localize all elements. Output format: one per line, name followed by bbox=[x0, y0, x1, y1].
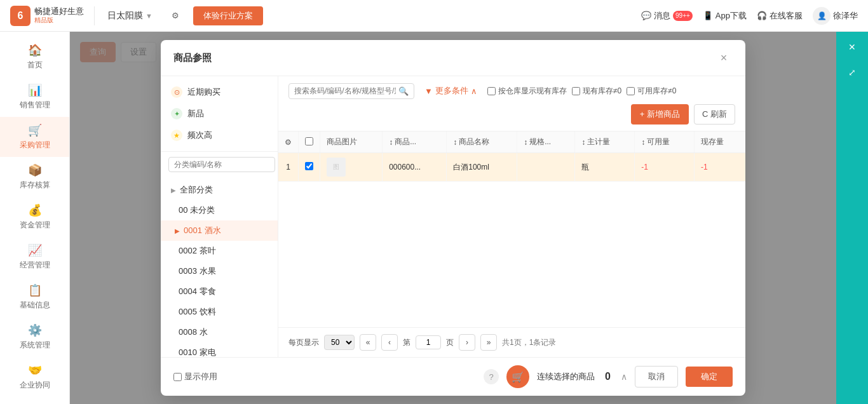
nav-separator bbox=[94, 6, 95, 25]
sidebar-item-finance[interactable]: 💰 资金管理 bbox=[0, 197, 69, 237]
sidebar-item-system[interactable]: ⚙️ 系统管理 bbox=[0, 317, 69, 357]
right-panel-close-icon[interactable]: ✕ bbox=[842, 37, 862, 57]
home-icon: 🏠 bbox=[28, 43, 42, 57]
show-disabled-input[interactable] bbox=[173, 373, 182, 381]
logo-icon: 6 bbox=[10, 6, 31, 26]
experience-button[interactable]: 体验行业方案 bbox=[193, 6, 263, 25]
td-row-num: 1 bbox=[278, 153, 299, 182]
quick-link-new[interactable]: ✦ 新品 bbox=[161, 103, 278, 125]
per-page-select[interactable]: 50 bbox=[324, 335, 355, 350]
top-nav: 6 畅捷通好生意 精品版 日太阳膜 ▼ ⚙ 体验行业方案 💬 消息 99+ 📱 … bbox=[0, 0, 868, 32]
right-panel: ✕ ⤢ bbox=[836, 32, 868, 404]
quick-link-recent[interactable]: ⊙ 近期购买 bbox=[161, 81, 278, 103]
modal-right-panel: 🔍 ▼ 更多条件 ∧ 按仓库显示现有库存 bbox=[278, 76, 745, 357]
category-water[interactable]: 0008 水 bbox=[161, 322, 278, 342]
nav-right: 💬 消息 99+ 📱 App下载 🎧 在线客服 👤 徐泽华 bbox=[641, 7, 858, 25]
headset-icon: 🎧 bbox=[757, 11, 767, 20]
current-page-input[interactable] bbox=[416, 335, 441, 349]
sidebar-item-inventory[interactable]: 📦 库存核算 bbox=[0, 157, 69, 197]
modal-title: 商品参照 bbox=[173, 52, 212, 64]
main-layout: 🏠 首页 📊 销售管理 🛒 采购管理 📦 库存核算 💰 资金管理 📈 经营管理 … bbox=[0, 32, 868, 404]
checkbox-available-stock[interactable]: 现有库存≠0 bbox=[572, 86, 621, 97]
prev-page-button[interactable]: ‹ bbox=[381, 334, 398, 351]
online-service-nav-item[interactable]: 🎧 在线客服 bbox=[757, 10, 803, 22]
cart-button[interactable]: 🛒 bbox=[506, 365, 529, 388]
checkbox-by-warehouse[interactable]: 按仓库显示现有库存 bbox=[487, 86, 567, 97]
category-appliances[interactable]: 0010 家电 bbox=[161, 342, 278, 357]
sidebar-item-enterprise[interactable]: 🤝 企业协同 bbox=[0, 357, 69, 397]
add-product-button[interactable]: + 新增商品 bbox=[631, 104, 689, 125]
content-area: 查询 设置 刷新 商品参照 × bbox=[70, 32, 836, 404]
td-product-image: 图 bbox=[320, 153, 383, 182]
sidebar-item-basic-info[interactable]: 📋 基础信息 bbox=[0, 277, 69, 317]
messages-badge: 99+ bbox=[673, 11, 693, 21]
td-product-name: 白酒100ml bbox=[447, 153, 517, 182]
row-checkbox[interactable] bbox=[305, 162, 313, 170]
checkbox-usable-stock[interactable]: 可用库存≠0 bbox=[627, 86, 676, 97]
table-header-row: ⚙ 商品图片 bbox=[278, 131, 745, 153]
quick-link-frequent[interactable]: ★ 频次高 bbox=[161, 125, 278, 146]
finance-icon: 💰 bbox=[28, 203, 42, 217]
cancel-button[interactable]: 取消 bbox=[635, 366, 678, 387]
sidebar-item-purchase[interactable]: 🛒 采购管理 bbox=[0, 117, 69, 157]
checkbox-by-warehouse-input[interactable] bbox=[487, 87, 496, 95]
store-selector[interactable]: 日太阳膜 ▼ bbox=[102, 8, 158, 24]
category-all-arrow-icon: ▶ bbox=[171, 187, 176, 194]
modal-left-panel: ⊙ 近期购买 ✦ 新品 ★ 频次高 bbox=[161, 76, 278, 357]
first-page-button[interactable]: « bbox=[360, 334, 376, 351]
modal-close-button[interactable]: × bbox=[715, 49, 733, 67]
sidebar-item-sales[interactable]: 📊 销售管理 bbox=[0, 77, 69, 117]
select-all-checkbox[interactable] bbox=[305, 137, 313, 145]
sidebar-item-operations[interactable]: 📈 经营管理 bbox=[0, 237, 69, 277]
footer-right: ? 🛒 连续选择的商品 0 ∧ 取消 确定 bbox=[484, 365, 733, 388]
avatar: 👤 bbox=[813, 7, 831, 25]
category-search-input[interactable] bbox=[168, 157, 275, 172]
filter-collapse-icon: ∧ bbox=[471, 86, 477, 96]
product-search-box: 🔍 bbox=[288, 83, 414, 99]
category-alcohol-arrow-icon: ▶ bbox=[175, 227, 180, 234]
th-name: ↕ 商品名称 bbox=[447, 131, 517, 153]
app-download-nav-item[interactable]: 📱 App下载 bbox=[703, 10, 747, 22]
settings-icon[interactable]: ⚙ bbox=[165, 6, 186, 26]
last-page-button[interactable]: » bbox=[480, 334, 497, 351]
sidebar-item-guide[interactable]: 🌟 新手引导 bbox=[0, 397, 69, 404]
confirm-button[interactable]: 确定 bbox=[686, 367, 733, 387]
td-product-available: -1 bbox=[635, 153, 695, 182]
messages-nav-item[interactable]: 💬 消息 99+ bbox=[641, 10, 693, 22]
product-search-icon[interactable]: 🔍 bbox=[398, 86, 409, 96]
help-icon[interactable]: ? bbox=[484, 369, 499, 384]
category-fruit[interactable]: 0003 水果 bbox=[161, 261, 278, 281]
table-settings-icon[interactable]: ⚙ bbox=[285, 138, 292, 147]
quick-links: ⊙ 近期购买 ✦ 新品 ★ 频次高 bbox=[161, 76, 278, 152]
right-panel-expand-icon[interactable]: ⤢ bbox=[842, 62, 862, 83]
category-search: 🔍 bbox=[161, 152, 278, 177]
pagination: 每页显示 50 « ‹ 第 页 › » 共1页，1条记录 bbox=[278, 327, 745, 357]
category-alcohol[interactable]: ▶ 0001 酒水 bbox=[161, 220, 278, 241]
td-checkbox bbox=[299, 153, 320, 182]
total-records-label: 共1页，1条记录 bbox=[502, 337, 556, 348]
new-product-icon: ✦ bbox=[171, 108, 182, 119]
sidebar-item-home[interactable]: 🏠 首页 bbox=[0, 37, 69, 77]
user-profile-nav-item[interactable]: 👤 徐泽华 bbox=[813, 7, 858, 25]
category-snacks[interactable]: 0004 零食 bbox=[161, 281, 278, 302]
product-search-input[interactable] bbox=[294, 86, 396, 95]
checkbox-available-stock-input[interactable] bbox=[572, 87, 580, 95]
sort-unit-icon: ↕ bbox=[581, 138, 585, 147]
per-page-label: 每页显示 bbox=[288, 337, 319, 348]
continuous-count: 0 bbox=[605, 371, 611, 382]
category-all[interactable]: ▶ 全部分类 bbox=[161, 180, 278, 200]
system-icon: ⚙️ bbox=[28, 323, 42, 337]
next-page-button[interactable]: › bbox=[459, 334, 475, 351]
sidebar: 🏠 首页 📊 销售管理 🛒 采购管理 📦 库存核算 💰 资金管理 📈 经营管理 … bbox=[0, 32, 70, 404]
refresh-button[interactable]: C 刷新 bbox=[694, 104, 735, 125]
category-uncategorized[interactable]: 00 未分类 bbox=[161, 200, 278, 220]
filter-more-button[interactable]: ▼ 更多条件 ∧ bbox=[419, 83, 482, 99]
product-table: ⚙ 商品图片 bbox=[278, 131, 745, 182]
category-tea[interactable]: 0002 茶叶 bbox=[161, 241, 278, 261]
show-disabled-checkbox[interactable]: 显示停用 bbox=[173, 371, 217, 382]
category-beverages[interactable]: 0005 饮料 bbox=[161, 302, 278, 322]
footer-collapse-icon[interactable]: ∧ bbox=[621, 372, 627, 382]
checkbox-usable-stock-input[interactable] bbox=[627, 87, 635, 95]
table-row[interactable]: 1 图 bbox=[278, 153, 745, 182]
modal-toolbar: 🔍 ▼ 更多条件 ∧ 按仓库显示现有库存 bbox=[278, 76, 745, 131]
